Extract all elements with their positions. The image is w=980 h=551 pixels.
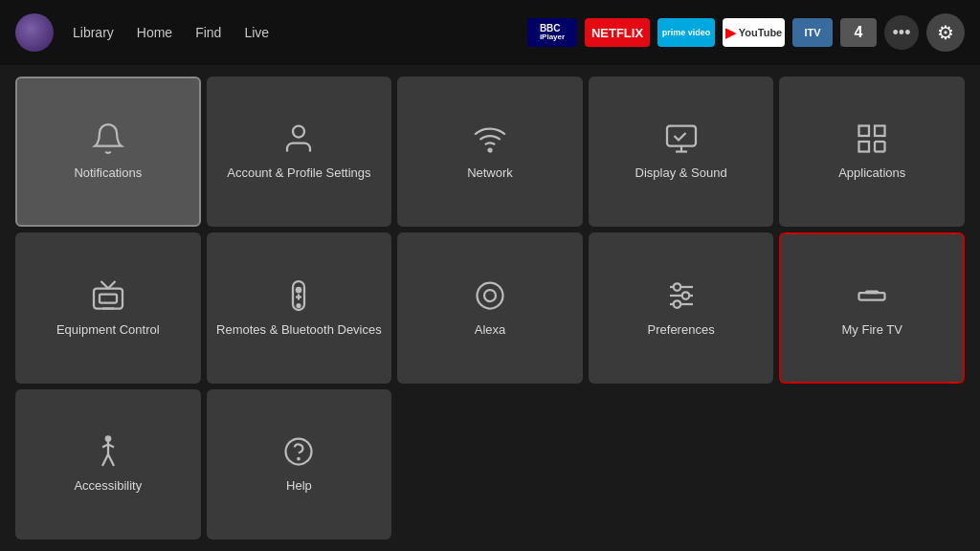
remotes-label: Remotes & Bluetooth Devices [216,322,382,339]
remotes-tile[interactable]: Remotes & Bluetooth Devices [207,232,392,383]
alexa-label: Alexa [475,322,506,339]
tv-icon [91,278,125,313]
remote-icon [281,278,316,313]
nav-find[interactable]: Find [195,25,221,40]
svg-rect-14 [100,294,117,302]
bell-icon [91,121,125,156]
preferences-label: Preferences [648,322,715,339]
preferences-tile[interactable]: Preferences [589,232,774,383]
applications-tile[interactable]: Applications [779,77,965,227]
nav-live[interactable]: Live [244,25,269,40]
display-icon [664,121,699,156]
streaming-badges: BBCiPlayer NETFLIX prime video ▶YouTube … [527,18,877,47]
equipment-tile[interactable]: Equipment Control [15,232,201,383]
svg-point-25 [673,283,680,291]
alexa-icon [473,278,507,313]
apps-icon [855,121,889,156]
help-icon [281,434,316,469]
notifications-label: Notifications [74,165,142,182]
sliders-icon [664,278,699,313]
svg-point-16 [297,287,301,292]
channel4-badge[interactable]: 4 [840,18,877,47]
svg-point-21 [484,290,496,301]
help-tile[interactable]: Help [207,389,392,540]
network-label: Network [467,165,513,182]
svg-rect-6 [875,126,885,137]
svg-line-32 [102,454,108,466]
svg-rect-29 [866,291,878,293]
svg-point-35 [299,458,301,460]
display-sound-label: Display & Sound [635,165,727,182]
accessibility-icon [91,434,125,469]
svg-line-33 [108,454,114,466]
avatar[interactable] [15,13,54,52]
firetv-icon [855,278,889,313]
more-button[interactable]: ••• [884,15,919,50]
nav-links: Library Home Find Live [73,25,520,40]
accessibility-tile[interactable]: Accessibility [15,389,201,540]
myfiretv-tile[interactable]: My Fire TV [779,232,965,383]
prime-video-badge[interactable]: prime video [657,18,715,47]
top-navigation: Library Home Find Live BBCiPlayer NETFLI… [0,0,980,65]
myfiretv-label: My Fire TV [842,322,902,339]
help-label: Help [286,478,312,495]
nav-library[interactable]: Library [73,25,114,40]
alexa-tile[interactable]: Alexa [397,232,583,383]
svg-point-34 [286,438,312,464]
svg-point-0 [293,126,304,138]
bbc-iplayer-badge[interactable]: BBCiPlayer [527,18,577,47]
person-icon [281,121,316,156]
notifications-tile[interactable]: Notifications [15,77,201,227]
wifi-icon [473,121,507,156]
settings-grid: Notifications Account & Profile Settings… [0,65,980,551]
accessibility-label: Accessibility [74,478,142,495]
svg-point-20 [477,282,502,308]
svg-point-1 [488,149,491,152]
account-tile[interactable]: Account & Profile Settings [207,77,392,227]
youtube-badge[interactable]: ▶YouTube [723,18,785,47]
svg-point-27 [673,300,680,308]
svg-rect-5 [859,126,870,137]
nav-home[interactable]: Home [137,25,172,40]
settings-button[interactable]: ⚙ [926,13,965,52]
display-sound-tile[interactable]: Display & Sound [589,77,774,227]
svg-point-19 [298,304,301,307]
network-tile[interactable]: Network [397,77,583,227]
applications-label: Applications [838,165,905,182]
svg-rect-7 [859,142,870,152]
svg-point-26 [681,292,689,299]
equipment-label: Equipment Control [56,322,160,339]
netflix-badge[interactable]: NETFLIX [585,18,650,47]
svg-point-30 [106,436,111,441]
itv-badge[interactable]: ITV [792,18,833,47]
account-label: Account & Profile Settings [227,165,370,182]
svg-rect-12 [94,288,122,308]
